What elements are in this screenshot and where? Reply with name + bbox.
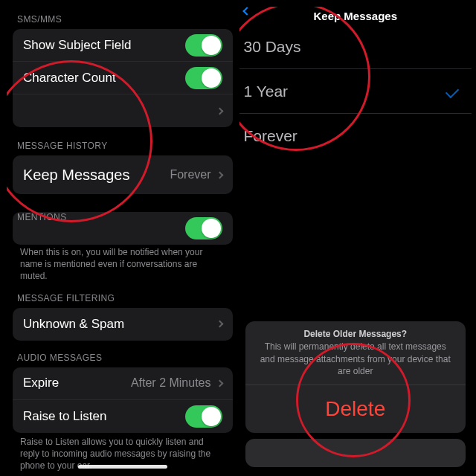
mentions-footer: When this is on, you will be notified wh… — [7, 246, 239, 292]
nav-title: Keep Messages — [313, 10, 397, 22]
character-count-toggle[interactable] — [185, 67, 222, 89]
action-sheet: Delete Older Messages? This will permane… — [245, 321, 466, 467]
audio-group: Expire After 2 Minutes Raise to Listen — [13, 367, 233, 433]
show-subject-label: Show Subject Field — [23, 38, 132, 53]
delete-button[interactable]: Delete — [245, 385, 466, 433]
expire-label: Expire — [23, 376, 59, 390]
option-1-year[interactable]: 1 Year — [239, 69, 472, 114]
filtering-group: Unknown & Spam — [13, 308, 233, 341]
raise-to-listen-label: Raise to Listen — [23, 409, 106, 424]
message-history-group: Keep Messages Forever — [13, 155, 233, 194]
keep-messages-row[interactable]: Keep Messages Forever — [13, 155, 233, 194]
chevron-left-icon — [242, 7, 251, 15]
section-message-filtering: MESSAGE FILTERING — [7, 292, 239, 306]
unknown-spam-row[interactable]: Unknown & Spam — [13, 308, 233, 341]
raise-to-listen-toggle[interactable] — [185, 405, 222, 428]
back-button[interactable] — [244, 8, 253, 14]
sheet-message: This will permanently delete all text me… — [245, 341, 466, 385]
option-label: 30 Days — [244, 38, 301, 56]
section-message-history: MESSAGE HISTORY — [7, 133, 239, 154]
show-subject-toggle[interactable] — [185, 34, 222, 57]
raise-to-listen-row[interactable]: Raise to Listen — [13, 400, 233, 433]
action-sheet-card: Delete Older Messages? This will permane… — [245, 321, 466, 433]
checkmark-icon — [446, 84, 459, 97]
sms-mms-group: Show Subject Field Character Count — [13, 29, 233, 127]
show-subject-field-row[interactable]: Show Subject Field — [13, 29, 233, 62]
option-label: 1 Year — [244, 83, 289, 100]
character-count-row[interactable]: Character Count — [13, 62, 233, 94]
mentions-toggle[interactable] — [185, 217, 222, 239]
unknown-spam-label: Unknown & Spam — [23, 317, 124, 332]
mentions-toggle-row[interactable] — [13, 212, 233, 245]
keep-messages-screen: Keep Messages 30 Days 1 Year Forever Del… — [239, 7, 472, 472]
keep-messages-label: Keep Messages — [23, 167, 129, 184]
messages-settings-screen: SMS/MMS Show Subject Field Character Cou… — [7, 7, 239, 472]
section-sms-mms: SMS/MMS — [7, 7, 239, 28]
home-indicator — [78, 465, 167, 469]
chevron-right-icon — [216, 171, 223, 178]
option-30-days[interactable]: 30 Days — [239, 25, 472, 69]
section-audio-messages: AUDIO MESSAGES — [7, 351, 239, 366]
chevron-right-icon — [216, 379, 223, 387]
blocked-row[interactable] — [13, 94, 233, 127]
option-label: Forever — [244, 127, 298, 145]
sheet-title: Delete Older Messages? — [245, 321, 466, 341]
nav-bar: Keep Messages — [239, 7, 472, 25]
option-forever[interactable]: Forever — [239, 114, 472, 158]
keep-messages-value: Forever — [170, 168, 210, 181]
expire-row[interactable]: Expire After 2 Minutes — [13, 367, 233, 400]
cancel-button[interactable] — [245, 439, 466, 467]
chevron-right-icon — [216, 107, 223, 115]
character-count-label: Character Count — [23, 71, 116, 86]
chevron-right-icon — [216, 321, 223, 328]
expire-value: After 2 Minutes — [131, 376, 211, 390]
mentions-group — [13, 212, 233, 245]
